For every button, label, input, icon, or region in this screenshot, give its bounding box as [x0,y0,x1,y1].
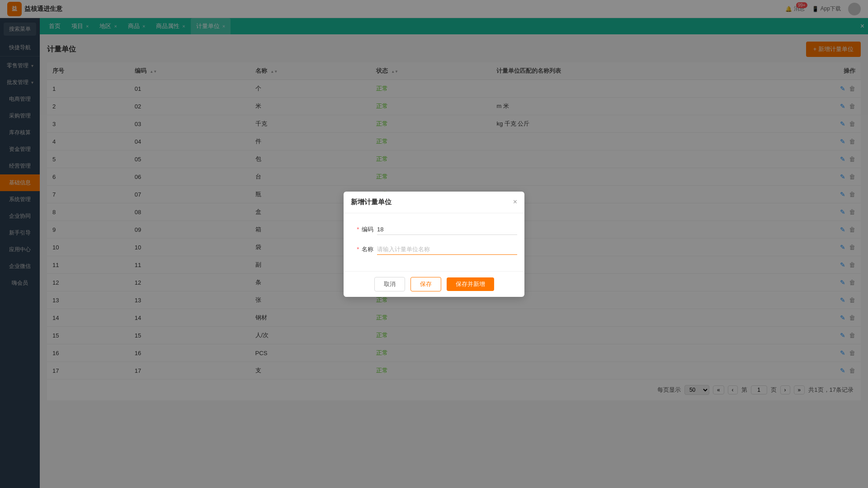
required-mark: * [357,226,359,233]
form-item-code: * 编码 [351,224,517,235]
code-input[interactable] [377,224,517,235]
form-code-label: * 编码 [351,225,373,234]
modal-body: * 编码 * 名称 [344,213,524,271]
modal-title: 新增计量单位 [351,198,392,206]
name-input[interactable] [377,244,517,255]
modal-footer: 取消 保存 保存并新增 [344,271,524,297]
modal-header: 新增计量单位 × [344,192,524,213]
add-unit-modal: 新增计量单位 × * 编码 * 名称 取消 保存 保存并新增 [344,192,524,297]
modal-close-button[interactable]: × [513,198,517,206]
required-mark-2: * [357,246,359,253]
cancel-button[interactable]: 取消 [374,277,405,291]
save-button[interactable]: 保存 [410,277,441,291]
form-name-label: * 名称 [351,245,373,253]
form-item-name: * 名称 [351,244,517,255]
modal-overlay: 新增计量单位 × * 编码 * 名称 取消 保存 保存并新增 [0,0,868,488]
save-and-new-button[interactable]: 保存并新增 [447,277,494,291]
